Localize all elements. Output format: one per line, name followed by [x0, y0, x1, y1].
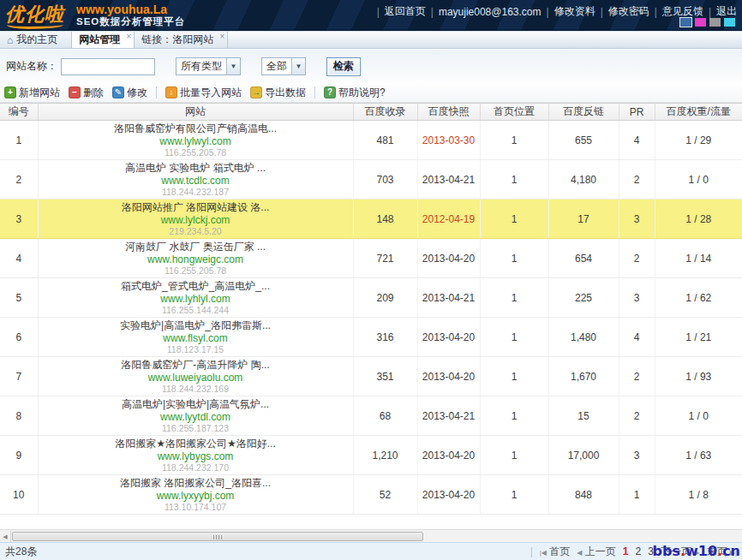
table-row[interactable]: 4河南鼓厂 水鼓厂 奥运缶厂家 ...www.hongweigc.com116.…	[0, 239, 742, 278]
theme-color-swatch[interactable]	[724, 18, 735, 27]
watermark: bbs.w10.cn	[652, 543, 740, 559]
weight-traffic-value: 1 / 0	[655, 396, 742, 436]
status-select[interactable]: 全部 ▼	[261, 57, 306, 75]
nav-separator: |	[655, 6, 657, 18]
batch-import-button[interactable]: ↓ 批量导入网站	[165, 86, 242, 100]
table-row[interactable]: 10洛阳搬家 洛阳搬家公司_洛阳喜...www.lyxyybj.com113.1…	[0, 475, 742, 515]
weight-traffic-value: 1 / 21	[655, 318, 742, 357]
theme-color-swatch[interactable]	[680, 18, 691, 27]
pr-value: 2	[619, 396, 655, 436]
site-name-label: 网站名称：	[6, 59, 57, 74]
add-site-icon: +	[4, 86, 16, 98]
nav-link-change-password[interactable]: 修改密码	[608, 4, 649, 19]
theme-color-swatch[interactable]	[709, 18, 721, 27]
watermark-text: bbs	[652, 543, 679, 559]
row-id: 9	[0, 436, 38, 475]
logo: 优化啦 www.youhua.La SEO数据分析管理平台	[5, 2, 185, 29]
page-number-button[interactable]: 2	[636, 545, 642, 557]
nav-separator: |	[601, 6, 603, 18]
tab-label: 网站管理	[79, 33, 120, 47]
table-row[interactable]: 6实验电炉|高温电炉_洛阳弗雷斯...www.flsyl.com118.123.…	[0, 318, 742, 357]
tab-links-luoyang[interactable]: 链接：洛阳网站 ×	[135, 32, 228, 48]
table-row[interactable]: 5箱式电炉_管式电炉_高温电炉_...www.lyhlyl.com116.255…	[0, 278, 742, 318]
help-icon: ?	[324, 86, 336, 98]
first-page-button[interactable]: |◀ 首页	[540, 545, 571, 559]
site-domain-link[interactable]: www.tcdlc.com	[39, 175, 353, 187]
button-label: 新增网站	[19, 86, 60, 100]
delete-button[interactable]: − 删除	[69, 86, 104, 100]
table-header-row: 编号 网站 百度收录 百度快照 首页位置 百度反链 PR 百度权重/流量	[0, 104, 742, 121]
baidu-snapshot-date: 2013-04-20	[417, 475, 480, 515]
horizontal-scrollbar[interactable]: ◀	[0, 529, 742, 542]
nav-link-edit-profile[interactable]: 修改资料	[554, 4, 595, 19]
scrollbar-thumb[interactable]	[12, 532, 423, 541]
add-site-button[interactable]: + 新增网站	[4, 86, 60, 100]
site-title: 洛阳搬家★洛阳搬家公司★洛阳好...	[39, 438, 353, 450]
column-header-site: 网站	[38, 104, 353, 121]
site-domain-link[interactable]: www.lybygs.com	[39, 450, 353, 462]
column-header-baidu-backlinks: 百度反链	[548, 104, 619, 121]
baidu-snapshot-date: 2013-03-30	[417, 121, 480, 160]
baidu-snapshot-date: 2013-04-21	[417, 396, 480, 436]
site-domain-link[interactable]: www.flsyl.com	[39, 332, 353, 344]
page-number-button[interactable]: 1	[623, 545, 629, 557]
tab-label: 我的主页	[16, 33, 57, 47]
pr-value: 3	[619, 200, 655, 239]
site-domain-link[interactable]: www.lylwyl.com	[39, 135, 353, 147]
nav-link-logout[interactable]: 退出	[716, 4, 737, 19]
tab-my-homepage[interactable]: ⌂ 我的主页	[0, 32, 72, 48]
site-cell: 洛阳网站推广 洛阳网站建设 洛...www.lylckj.com219.234.…	[38, 200, 353, 239]
site-name-input[interactable]	[61, 58, 155, 75]
site-domain-link[interactable]: www.lyhlyl.com	[39, 293, 353, 305]
close-icon[interactable]: ×	[219, 33, 224, 41]
site-ip: 113.10.174.107	[39, 502, 353, 513]
chevron-down-icon[interactable]: ▼	[226, 58, 240, 74]
nav-link-feedback[interactable]: 意见反馈	[662, 4, 703, 19]
baidu-index-value: 209	[353, 278, 417, 318]
site-title: 洛阳搬家 洛阳搬家公司_洛阳喜...	[39, 477, 353, 490]
site-ip: 116.255.187.123	[39, 423, 353, 434]
site-domain-link[interactable]: www.lyytdl.com	[39, 411, 353, 423]
table-row[interactable]: 7洛阳鲁威窑炉厂-高温升降炉 陶...www.luweiyaolu.com118…	[0, 357, 742, 396]
export-data-button[interactable]: → 导出数据	[250, 86, 306, 100]
column-header-home-position: 首页位置	[480, 104, 548, 121]
tab-site-management[interactable]: 网站管理 ×	[72, 32, 135, 48]
search-button[interactable]: 检索	[326, 57, 361, 76]
home-position-value: 1	[480, 396, 548, 436]
table-row[interactable]: 9洛阳搬家★洛阳搬家公司★洛阳好...www.lybygs.com118.244…	[0, 436, 742, 475]
pr-value: 3	[619, 278, 655, 318]
edit-button[interactable]: ✎ 修改	[112, 86, 147, 100]
tab-bar: ⌂ 我的主页 网站管理 × 链接：洛阳网站 ×	[0, 31, 742, 49]
site-title: 高温电炉 实验电炉 箱式电炉 ...	[39, 162, 353, 175]
help-button[interactable]: ? 帮助说明?	[324, 86, 386, 100]
site-domain-link[interactable]: www.hongweigc.com	[39, 253, 353, 265]
baidu-snapshot-date: 2013-04-20	[417, 239, 480, 278]
scroll-left-arrow-icon[interactable]: ◀	[0, 531, 11, 542]
nav-link-account-email[interactable]: mayujie008@163.com	[439, 6, 542, 18]
theme-color-swatch[interactable]	[695, 18, 706, 27]
delete-icon: −	[69, 86, 81, 98]
chevron-down-icon[interactable]: ▼	[291, 58, 305, 74]
prev-page-button[interactable]: ◀ 上一页	[577, 545, 616, 559]
row-id: 6	[0, 318, 38, 357]
watermark-text: w10	[685, 543, 717, 559]
button-label: 删除	[83, 86, 104, 100]
weight-traffic-value: 1 / 62	[655, 278, 742, 318]
site-domain-link[interactable]: www.luweiyaolu.com	[39, 372, 353, 384]
theme-switcher	[680, 18, 735, 27]
site-title: 实验电炉|高温电炉_洛阳弗雷斯...	[39, 319, 353, 332]
table-row[interactable]: 2高温电炉 实验电炉 箱式电炉 ...www.tcdlc.com118.244.…	[0, 160, 742, 200]
table-row[interactable]: 1洛阳鲁威窑炉有限公司产销高温电...www.lylwyl.com116.255…	[0, 121, 742, 160]
toolbar: + 新增网站 − 删除 ✎ 修改 ↓ 批量导入网站 → 导出数据 ? 帮助说明?	[0, 83, 742, 103]
type-select[interactable]: 所有类型 ▼	[176, 57, 241, 75]
site-domain-link[interactable]: www.lylckj.com	[39, 214, 353, 226]
edit-icon: ✎	[112, 86, 124, 98]
site-domain-link[interactable]: www.lyxyybj.com	[39, 490, 353, 502]
close-icon[interactable]: ×	[126, 33, 131, 41]
table-row[interactable]: 3洛阳网站推广 洛阳网站建设 洛...www.lylckj.com219.234…	[0, 200, 742, 239]
header-nav: | 返回首页 | mayujie008@163.com | 修改资料 | 修改密…	[377, 4, 737, 19]
row-id: 1	[0, 121, 38, 160]
nav-link-home[interactable]: 返回首页	[385, 4, 426, 19]
table-row[interactable]: 8高温电炉|实验电炉|高温气氛炉...www.lyytdl.com116.255…	[0, 396, 742, 436]
row-id: 4	[0, 239, 38, 278]
